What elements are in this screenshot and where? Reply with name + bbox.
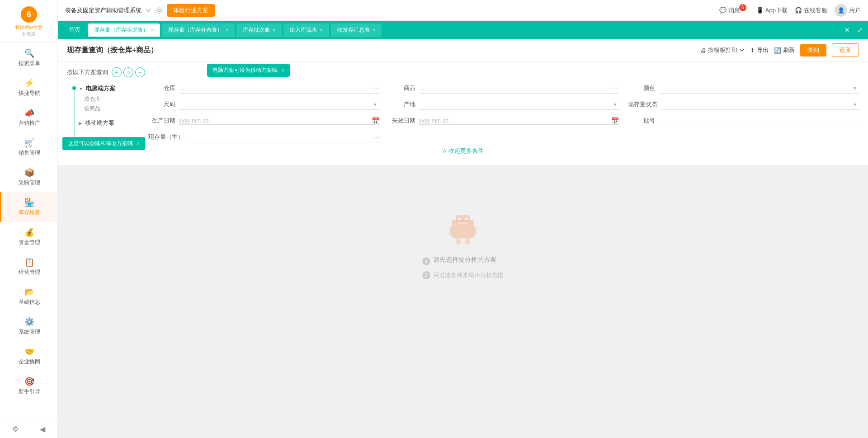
sidebar-item-label: 经营管理 bbox=[19, 268, 40, 276]
online-support-item[interactable]: 🎧 在线客服 bbox=[795, 6, 827, 14]
filter-origin: 产地 ▼ bbox=[388, 99, 619, 110]
tab-close-icon[interactable]: × bbox=[151, 27, 154, 33]
sidebar-item-purchase[interactable]: 📦 采购管理 bbox=[0, 162, 57, 192]
trial-btn[interactable]: 体验行业方案 bbox=[167, 4, 215, 17]
stock-status-label: 现存量状态 bbox=[628, 100, 657, 108]
tabbar: 首页 现存量（库存状况表） × 现存量（库存分布表） × 库存批次账 × 出入库… bbox=[58, 21, 868, 39]
user-item[interactable]: 👤 用户 bbox=[835, 4, 861, 17]
stock-status-select[interactable] bbox=[661, 99, 859, 110]
sidebar-item-inventory[interactable]: 🏪 库存核算 bbox=[0, 192, 57, 222]
goods-input[interactable] bbox=[419, 83, 611, 93]
filter-exp-date: 失效日期 📅 bbox=[388, 115, 619, 126]
topbar: 装备及固定资产辅助管理系统 体验行业方案 💬 消息 6 📱 App下载 🎧 在线… bbox=[58, 0, 868, 21]
filter-batch: 批号 bbox=[628, 115, 859, 126]
settings-button[interactable]: 设置 bbox=[832, 43, 859, 57]
print-label: 按模板打印 bbox=[708, 46, 737, 54]
tab-collection-summary[interactable]: 收发存汇总表 × bbox=[331, 24, 382, 37]
close-all-tabs-icon[interactable]: ✕ bbox=[843, 24, 852, 35]
sidebar-item-basic[interactable]: 📂 基础信息 bbox=[0, 282, 57, 311]
sidebar-item-guide[interactable]: 🎯 新手引导 bbox=[0, 371, 57, 401]
empty-step1: 1 请先选择要分析的方案 bbox=[422, 256, 496, 267]
size-select[interactable] bbox=[179, 99, 379, 110]
expand-icon2: ▶ bbox=[79, 121, 82, 126]
color-select[interactable] bbox=[659, 83, 859, 94]
more-conditions-label: 收起更多条件 bbox=[448, 147, 484, 154]
sidebar-item-search[interactable]: 🔍 搜索菜单 bbox=[0, 43, 57, 73]
phone-icon: 📱 bbox=[756, 7, 764, 14]
prod-date-field[interactable] bbox=[179, 118, 370, 124]
stock-qty-min[interactable] bbox=[187, 132, 373, 142]
scheme-list: ▼ 电脑端方案 按仓库 按商品 ▶ 移动端方案 bbox=[71, 83, 139, 129]
tab-inventory-status[interactable]: 现存量（库存状况表） × bbox=[88, 24, 160, 37]
export-btn[interactable]: ⬆ 导出 bbox=[750, 46, 769, 54]
refresh-icon: 🔄 bbox=[774, 47, 781, 54]
print-btn[interactable]: 🖨 按模板打印 bbox=[700, 46, 745, 54]
message-label: 消息 bbox=[728, 6, 740, 14]
warehouse-input[interactable] bbox=[179, 83, 371, 93]
content-area: 现存量查询（按仓库+商品） 🖨 按模板打印 ⬆ 导出 🔄 刷新 查询 设置 bbox=[58, 39, 868, 438]
maximize-icon[interactable]: ⤢ bbox=[855, 24, 864, 35]
filter-row-3: 生产日期 📅 失效日期 📅 bbox=[148, 115, 859, 126]
warehouse-dots-icon[interactable]: ··· bbox=[373, 84, 379, 92]
message-item[interactable]: 💬 消息 6 bbox=[719, 6, 749, 14]
settings-topbar-icon[interactable] bbox=[155, 6, 163, 14]
sidebar-item-system[interactable]: ⚙️ 系统管理 bbox=[0, 311, 57, 341]
tab-close-icon[interactable]: × bbox=[225, 27, 228, 33]
calendar2-icon[interactable]: 📅 bbox=[611, 117, 619, 124]
sidebar-item-enterprise[interactable]: 🤝 企业协同 bbox=[0, 341, 57, 371]
chevron-down-icon bbox=[739, 47, 745, 53]
more-conditions-btn[interactable]: ∧ 收起更多条件 bbox=[67, 142, 859, 160]
tab-batch-account[interactable]: 库存批次账 × bbox=[236, 24, 282, 37]
settings-bottom-icon[interactable]: ⚙ bbox=[12, 425, 19, 433]
tabbar-right: ✕ ⤢ bbox=[843, 24, 864, 35]
filter-prod-date: 生产日期 📅 bbox=[148, 115, 379, 126]
tooltip-text2: 这里可以创建和修改方案哦 bbox=[68, 140, 133, 147]
sidebar-item-sales[interactable]: 🛒 销售管理 bbox=[0, 132, 57, 162]
back-scheme-btn[interactable]: ← bbox=[135, 67, 145, 77]
scheme-item-mobile[interactable]: ▶ 移动端方案 bbox=[71, 117, 139, 129]
sidebar-item-operations[interactable]: 📋 经营管理 bbox=[0, 252, 57, 282]
message-icon: 💬 bbox=[719, 7, 726, 14]
tab-close-icon[interactable]: × bbox=[320, 27, 322, 33]
logo-text: 畅捷通好生意 bbox=[15, 24, 42, 31]
origin-select[interactable] bbox=[419, 99, 619, 110]
tooltip2-close-btn[interactable]: × bbox=[137, 141, 140, 147]
tab-label: 收发存汇总表 bbox=[337, 26, 370, 34]
edit-scheme-btn[interactable]: ○ bbox=[123, 67, 133, 77]
export-label: 导出 bbox=[757, 46, 769, 54]
tab-close-icon[interactable]: × bbox=[373, 27, 375, 33]
tab-in-out-flow[interactable]: 出入库流水 × bbox=[283, 24, 329, 37]
topbar-left: 装备及固定资产辅助管理系统 体验行业方案 bbox=[65, 4, 215, 17]
goods-dots-icon[interactable]: ··· bbox=[613, 84, 619, 92]
avatar: 👤 bbox=[835, 4, 847, 17]
tab-home[interactable]: 首页 bbox=[61, 22, 88, 38]
collapse-sidebar-icon[interactable]: ◀ bbox=[40, 425, 45, 433]
sidebar-item-label: 系统管理 bbox=[19, 328, 40, 336]
app-download-item[interactable]: 📱 App下载 bbox=[756, 6, 788, 14]
store-icon: 🏪 bbox=[24, 198, 34, 207]
exp-date-field[interactable] bbox=[419, 118, 610, 124]
scheme-item-pc[interactable]: ▼ 电脑端方案 bbox=[71, 83, 139, 94]
dropdown-icon[interactable] bbox=[145, 7, 151, 14]
tab-close-icon[interactable]: × bbox=[273, 27, 275, 33]
sidebar-item-quick-nav[interactable]: ⚡ 快捷导航 bbox=[0, 73, 57, 103]
scheme-subsection1: 按仓库 按商品 bbox=[71, 94, 139, 113]
batch-input[interactable] bbox=[659, 115, 859, 126]
tooltip-scheme-mobile: 电脑方案可设为移动方案哦 × bbox=[207, 64, 290, 77]
handshake-icon: 🤝 bbox=[24, 347, 34, 357]
filter-warehouse: 仓库 ··· bbox=[148, 83, 379, 94]
sidebar-item-marketing[interactable]: 📣 营销推广 bbox=[0, 103, 57, 132]
tab-inventory-dist[interactable]: 现存量（库存分布表） × bbox=[162, 24, 234, 37]
add-scheme-btn[interactable]: ＋ bbox=[112, 67, 122, 77]
calendar-icon[interactable]: 📅 bbox=[372, 117, 379, 124]
refresh-btn[interactable]: 🔄 刷新 bbox=[774, 46, 795, 54]
batch-label: 批号 bbox=[628, 117, 655, 125]
search-button[interactable]: 查询 bbox=[800, 44, 826, 57]
sidebar-item-finance[interactable]: 💰 资金管理 bbox=[0, 222, 57, 252]
page-title: 现存量查询（按仓库+商品） bbox=[67, 46, 158, 55]
tooltip-close-btn[interactable]: × bbox=[281, 67, 284, 74]
filter-header: 按以下方案查询 ＋ ○ ← 电脑方案可设为移动方案哦 × bbox=[67, 67, 859, 77]
sidebar-nav: 🔍 搜索菜单 ⚡ 快捷导航 📣 营销推广 🛒 销售管理 📦 采购管理 🏪 库存核… bbox=[0, 43, 57, 420]
scheme-pc-label: 电脑端方案 bbox=[86, 85, 115, 93]
lightning-icon: ⚡ bbox=[24, 78, 34, 88]
